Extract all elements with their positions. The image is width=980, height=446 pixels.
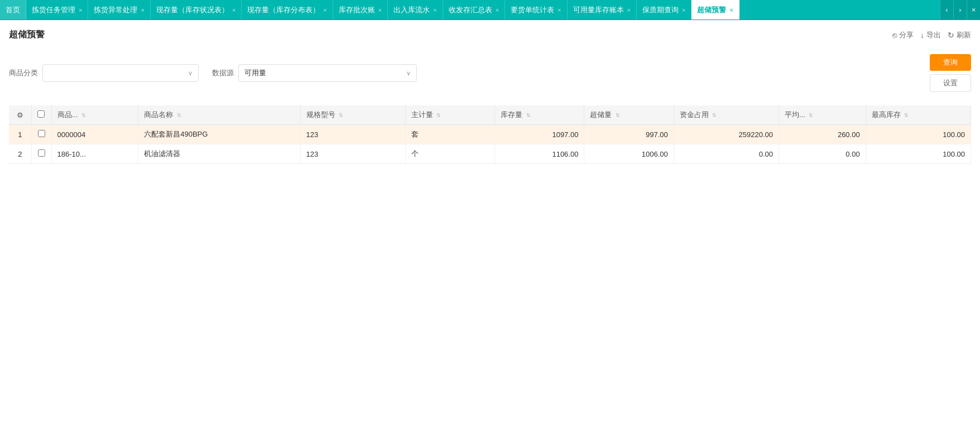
export-icon: ↓: [920, 31, 924, 40]
cell-product-name: 六配套新昌490BPG: [138, 125, 300, 144]
table-body: 1 0000004 六配套新昌490BPG 123 套 1097.00 997.…: [9, 125, 971, 164]
column-overstock[interactable]: 超储量 ⇅: [584, 105, 674, 125]
nav-close-order-stats[interactable]: ×: [558, 7, 561, 13]
cell-product-name: 机油滤清器: [138, 144, 300, 164]
column-checkbox: [31, 105, 51, 125]
category-label: 商品分类: [9, 68, 38, 78]
cell-overstock: 997.00: [584, 125, 674, 144]
settings-button[interactable]: 设置: [930, 74, 971, 92]
nav-bar: 首页 拣货任务管理 × 拣货异常处理 × 现存量（库存状况表） × 现存量（库存…: [0, 0, 980, 20]
table-row: 1 0000004 六配套新昌490BPG 123 套 1097.00 997.…: [9, 125, 971, 144]
row-number: 2: [9, 144, 31, 164]
chevron-down-icon: ∨: [188, 70, 193, 77]
column-product-code[interactable]: 商品... ⇅: [51, 105, 138, 125]
column-unit[interactable]: 主计量 ⇅: [405, 105, 494, 125]
sort-icon-capital: ⇅: [712, 113, 717, 118]
sort-icon-product-code: ⇅: [81, 113, 86, 118]
sort-icon-avg: ⇅: [809, 113, 813, 118]
row-number: 1: [9, 125, 31, 144]
page-header: 超储预警 ⎋ 分享 ↓ 导出 ↻ 刷新: [9, 29, 971, 41]
nav-arrow-right[interactable]: ›: [953, 0, 967, 20]
nav-item-batch-account[interactable]: 库存批次账 ×: [333, 0, 388, 20]
table-row: 2 186-10... 机油滤清器 123 个 1106.00 1006.00 …: [9, 144, 971, 164]
column-max-stock[interactable]: 最高库存 ⇅: [866, 105, 971, 125]
nav-item-expiry-check[interactable]: 保质期查询 ×: [637, 0, 691, 20]
sort-icon-product-name: ⇅: [177, 113, 181, 118]
nav-item-overstock-warning[interactable]: 超储预警 ×: [691, 0, 739, 20]
sort-icon-spec: ⇅: [339, 113, 343, 118]
cell-overstock: 1006.00: [584, 144, 674, 164]
sort-icon-max-stock: ⇅: [904, 113, 909, 118]
column-avg[interactable]: 平均... ⇅: [779, 105, 866, 125]
cell-stock: 1097.00: [495, 125, 584, 144]
cell-stock: 1106.00: [495, 144, 584, 164]
row-checkbox[interactable]: [38, 130, 45, 137]
refresh-icon: ↻: [948, 31, 954, 40]
share-icon: ⎋: [892, 31, 897, 40]
nav-item-available-account[interactable]: 可用量库存账本 ×: [568, 0, 637, 20]
nav-close-inventory-dist[interactable]: ×: [323, 7, 326, 13]
row-checkbox[interactable]: [38, 149, 45, 157]
filter-area: 商品分类 ∨ 数据源 可用量 ∨ 查询 设置: [9, 50, 971, 96]
cell-max-stock: 100.00: [866, 125, 971, 144]
data-table: ⚙ 商品... ⇅ 商品名称 ⇅ 规格型号 ⇅ 主计量: [9, 105, 971, 164]
datasource-select[interactable]: 可用量 ∨: [238, 64, 417, 82]
nav-close-inout-flow[interactable]: ×: [433, 7, 436, 13]
category-select[interactable]: ∨: [42, 64, 199, 82]
nav-item-inventory-status[interactable]: 现存量（库存状况表） ×: [151, 0, 242, 20]
refresh-button[interactable]: ↻ 刷新: [948, 30, 971, 40]
cell-spec: 123: [300, 144, 405, 164]
filter-category: 商品分类 ∨: [9, 64, 199, 82]
cell-product-code: 0000004: [51, 125, 138, 144]
column-stock[interactable]: 库存量 ⇅: [495, 105, 584, 125]
nav-item-abnormal[interactable]: 拣货异常处理 ×: [88, 0, 150, 20]
chevron-down-icon-2: ∨: [406, 70, 411, 77]
gear-icon: ⚙: [17, 111, 23, 119]
nav-item-task-mgmt[interactable]: 拣货任务管理 ×: [26, 0, 88, 20]
datasource-value: 可用量: [244, 68, 266, 78]
page-container: 超储预警 ⎋ 分享 ↓ 导出 ↻ 刷新 商品分类 ∨ 数据源: [0, 20, 980, 446]
column-capital[interactable]: 资金占用 ⇅: [674, 105, 779, 125]
nav-item-collect-summary[interactable]: 收发存汇总表 ×: [443, 0, 505, 20]
nav-close-expiry-check[interactable]: ×: [682, 7, 685, 13]
filter-datasource: 数据源 可用量 ∨: [212, 64, 417, 82]
cell-capital: 0.00: [674, 144, 779, 164]
nav-close-abnormal[interactable]: ×: [141, 7, 144, 13]
nav-close-batch-account[interactable]: ×: [378, 7, 382, 13]
nav-arrow-left[interactable]: ‹: [940, 0, 953, 20]
cell-max-stock: 100.00: [866, 144, 971, 164]
datasource-label: 数据源: [212, 68, 234, 78]
share-button[interactable]: ⎋ 分享: [892, 30, 914, 40]
nav-close-task-mgmt[interactable]: ×: [79, 7, 82, 13]
cell-product-code: 186-10...: [51, 144, 138, 164]
select-all-checkbox[interactable]: [37, 110, 45, 118]
nav-close-inventory-status[interactable]: ×: [232, 7, 236, 13]
nav-item-inventory-dist[interactable]: 现存量（库存分布表） ×: [242, 0, 333, 20]
nav-item-order-stats[interactable]: 要货单统计表 ×: [505, 0, 567, 20]
query-button[interactable]: 查询: [930, 54, 971, 71]
sort-icon-stock: ⇅: [526, 113, 531, 118]
row-checkbox-cell: [31, 125, 51, 144]
table-header: ⚙ 商品... ⇅ 商品名称 ⇅ 规格型号 ⇅ 主计量: [9, 105, 971, 125]
nav-item-inout-flow[interactable]: 出入库流水 ×: [388, 0, 443, 20]
column-spec[interactable]: 规格型号 ⇅: [300, 105, 405, 125]
page-title: 超储预警: [9, 29, 45, 41]
sort-icon-unit: ⇅: [436, 113, 441, 118]
nav-close-available-account[interactable]: ×: [627, 7, 631, 13]
cell-unit: 套: [405, 125, 494, 144]
header-actions: ⎋ 分享 ↓ 导出 ↻ 刷新: [892, 30, 971, 40]
nav-arrow-close[interactable]: ×: [967, 0, 980, 20]
sort-icon-overstock: ⇅: [616, 113, 620, 118]
nav-item-home[interactable]: 首页: [0, 0, 26, 20]
cell-capital: 259220.00: [674, 125, 779, 144]
cell-unit: 个: [405, 144, 494, 164]
column-gear[interactable]: ⚙: [9, 105, 31, 125]
nav-close-overstock-warning[interactable]: ×: [729, 7, 733, 13]
cell-avg: 260.00: [779, 125, 866, 144]
nav-close-collect-summary[interactable]: ×: [496, 7, 499, 13]
export-button[interactable]: ↓ 导出: [920, 30, 941, 40]
nav-arrows: ‹ › ×: [940, 0, 980, 20]
cell-spec: 123: [300, 125, 405, 144]
column-product-name[interactable]: 商品名称 ⇅: [138, 105, 300, 125]
cell-avg: 0.00: [779, 144, 866, 164]
